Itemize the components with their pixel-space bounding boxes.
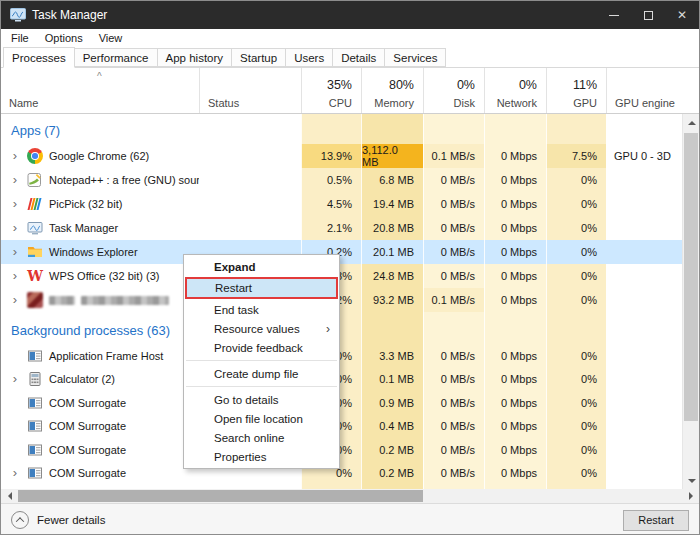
menu-file[interactable]: File (3, 29, 37, 47)
column-header-network[interactable]: 0%Network (484, 68, 546, 113)
status-cell (199, 216, 301, 240)
process-name-label: Application Frame Host (49, 350, 163, 362)
horizontal-scrollbar[interactable] (1, 489, 699, 503)
scroll-down-icon[interactable] (683, 472, 700, 489)
expand-chevron-icon[interactable]: › (7, 269, 23, 284)
group-header-row[interactable]: Apps (7) (1, 114, 684, 144)
gpu-engine-cell (606, 168, 684, 192)
table-row[interactable]: ›Notepad++ : a free (GNU) sourc...0.5%6.… (1, 168, 684, 192)
column-header-gpu-engine[interactable]: GPU engine (606, 68, 682, 113)
process-name-label: Calculator (2) (49, 373, 115, 385)
expand-chevron-icon[interactable]: › (7, 221, 23, 236)
expand-chevron-icon[interactable]: › (7, 372, 23, 387)
expand-chevron-icon[interactable]: › (7, 466, 23, 481)
menu-separator (186, 360, 337, 361)
menu-item-create-dump-file[interactable]: Create dump file (184, 364, 339, 383)
menu-item-provide-feedback[interactable]: Provide feedback (184, 338, 339, 357)
cell-memory: 20.8 MB (361, 216, 423, 240)
table-row[interactable]: ›Google Chrome (62)13.9%3,112.0 MB0.1 MB… (1, 144, 684, 168)
vertical-scrollbar-thumb[interactable] (684, 133, 698, 421)
menubar: FileOptionsView (1, 29, 699, 47)
expand-chevron-icon[interactable]: › (7, 197, 23, 212)
process-name-label: WPS Office (32 bit) (3) (49, 270, 159, 282)
table-row[interactable]: COM Surrogate0%0.9 MB0 MB/s0 Mbps0% (1, 391, 684, 415)
picpick-icon (27, 196, 43, 212)
window-icon (27, 348, 43, 364)
expand-chevron-icon[interactable]: › (7, 245, 23, 260)
table-row[interactable]: COM Surrogate0%0.4 MB0 MB/s0 Mbps0% (1, 415, 684, 439)
menu-item-resource-values[interactable]: Resource values› (184, 319, 339, 338)
cell-network: 0 Mbps (484, 344, 546, 368)
process-name: ›Notepad++ : a free (GNU) sourc... (1, 168, 199, 192)
chevron-up-circle-icon (11, 511, 29, 529)
scroll-right-icon[interactable] (682, 489, 699, 503)
maximize-button[interactable] (631, 1, 665, 29)
minimize-button[interactable] (597, 1, 631, 29)
menu-item-open-file-location[interactable]: Open file location (184, 409, 339, 428)
gpu-engine-cell (606, 216, 684, 240)
menu-item-expand[interactable]: Expand (184, 257, 339, 276)
tab-details[interactable]: Details (333, 48, 385, 67)
restart-button[interactable]: Restart (623, 510, 689, 531)
menu-view[interactable]: View (91, 29, 131, 47)
table-row[interactable]: COM Surrogate0%0.2 MB0 MB/s0 Mbps0% (1, 438, 684, 462)
close-button[interactable]: ✕ (665, 1, 699, 29)
menu-item-search-online[interactable]: Search online (184, 428, 339, 447)
group-header-row[interactable]: Background processes (63) (1, 312, 684, 344)
cell-memory: 3,112.0 MB (361, 144, 423, 168)
tab-users[interactable]: Users (286, 48, 333, 67)
table-row[interactable]: ›WWPS Office (32 bit) (3)0.8%24.8 MB0 MB… (1, 264, 684, 288)
cell-network: 0 Mbps (484, 264, 546, 288)
tab-app-history[interactable]: App history (158, 48, 233, 67)
scroll-up-icon[interactable] (683, 114, 700, 131)
cell-network: 0 Mbps (484, 240, 546, 264)
menu-item-properties[interactable]: Properties (184, 447, 339, 466)
table-row[interactable]: ›COM Surrogate0%0.2 MB0 MB/s0 Mbps0% (1, 462, 684, 486)
table-row[interactable]: ›PicPick (32 bit)4.5%19.4 MB0 MB/s0 Mbps… (1, 192, 684, 216)
table-row[interactable]: ›2.2%93.2 MB0.1 MB/s0 Mbps0% (1, 288, 684, 312)
cell-gpu: 7.5% (546, 144, 606, 168)
table-row[interactable]: ›Calculator (2)0%0.1 MB0 MB/s0 Mbps0% (1, 368, 684, 392)
cell-memory (361, 114, 423, 144)
fewer-details-label: Fewer details (37, 514, 105, 526)
table-row[interactable]: Application Frame Host0%3.3 MB0 MB/s0 Mb… (1, 344, 684, 368)
menu-item-end-task[interactable]: End task (184, 300, 339, 319)
tab-performance[interactable]: Performance (75, 48, 158, 67)
table-row[interactable]: ›Task Manager2.1%20.8 MB0 MB/s0 Mbps0% (1, 216, 684, 240)
cell-disk: 0 MB/s (423, 368, 484, 392)
tab-processes[interactable]: Processes (3, 47, 75, 68)
gpu-engine-cell (606, 240, 684, 264)
column-header-disk[interactable]: 0%Disk (423, 68, 484, 113)
statusbar: Fewer details Restart (1, 503, 699, 535)
column-header-name[interactable]: ^ Name (1, 68, 199, 113)
expand-chevron-icon[interactable]: › (7, 173, 23, 188)
vertical-scrollbar[interactable] (682, 114, 699, 489)
column-header-gpu[interactable]: 11%GPU (546, 68, 606, 113)
cell-disk: 0 MB/s (423, 240, 484, 264)
cell-gpu: 0% (546, 192, 606, 216)
menu-item-restart[interactable]: Restart (185, 277, 338, 299)
tab-services[interactable]: Services (385, 48, 446, 67)
column-header-status[interactable]: Status (199, 68, 301, 113)
horizontal-scrollbar-thumb[interactable] (18, 490, 423, 502)
titlebar: Task Manager ✕ (1, 1, 699, 29)
scroll-left-icon[interactable] (1, 489, 18, 503)
column-header-cpu[interactable]: 35%CPU (301, 68, 361, 113)
cell-cpu: 13.9% (301, 144, 361, 168)
cell-disk (423, 114, 484, 144)
fewer-details-toggle[interactable]: Fewer details (11, 511, 105, 529)
menu-options[interactable]: Options (37, 29, 91, 47)
expand-chevron-icon[interactable]: › (7, 149, 23, 164)
process-name: ›Google Chrome (62) (1, 144, 199, 168)
submenu-arrow-icon: › (326, 322, 330, 336)
column-header-memory[interactable]: 80%Memory (361, 68, 423, 113)
minimize-icon (609, 15, 619, 16)
close-icon: ✕ (677, 8, 687, 22)
table-row[interactable]: ›Windows Explorer0.2%20.1 MB0 MB/s0 Mbps… (1, 240, 684, 264)
cell-gpu: 0% (546, 216, 606, 240)
gpu-engine-cell: GPU 0 - 3D (606, 144, 684, 168)
wps-icon: W (27, 268, 43, 284)
menu-item-go-to-details[interactable]: Go to details (184, 390, 339, 409)
tab-startup[interactable]: Startup (232, 48, 286, 67)
expand-chevron-icon[interactable]: › (7, 293, 23, 308)
